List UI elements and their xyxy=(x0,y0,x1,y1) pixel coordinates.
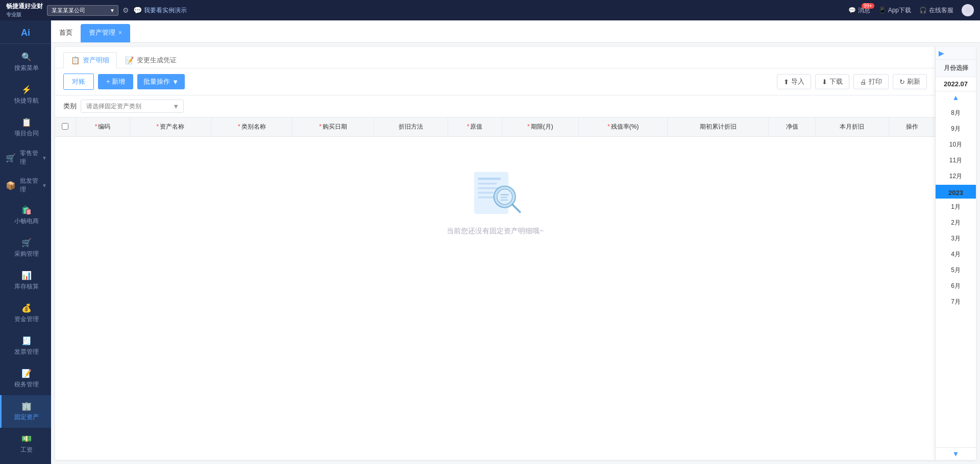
retail-icon: 🛒 xyxy=(6,153,16,163)
select-all-checkbox[interactable] xyxy=(62,123,68,130)
year-2023-label: 2023 xyxy=(936,185,976,199)
sub-tab-change-voucher[interactable]: 📝 变更生成凭证 xyxy=(118,53,184,68)
fund-icon: 💰 xyxy=(21,303,32,313)
month-item-2023-3[interactable]: 3月 xyxy=(936,231,976,246)
tab-asset-management[interactable]: 资产管理 × xyxy=(81,24,130,42)
sidebar-item-project[interactable]: 📋 项目合同 xyxy=(0,111,51,144)
empty-state-illustration xyxy=(464,167,526,218)
message-icon: 💬 xyxy=(848,7,856,14)
message-button[interactable]: 💬 消息 99+ xyxy=(848,6,870,15)
tab-home[interactable]: 首页 xyxy=(51,24,81,42)
col-residual-rate: *残值率(%) xyxy=(579,117,668,137)
sidebar-item-search[interactable]: 🔍 搜索菜单 xyxy=(0,46,51,79)
col-category: *类别名称 xyxy=(211,117,292,137)
refresh-icon: ↻ xyxy=(899,78,905,86)
svg-rect-3 xyxy=(478,187,499,189)
table-header-row: *编码 *资产名称 *类别名称 *购买日期 折旧方法 *原值 *期限(月) *残… xyxy=(55,117,935,137)
toolbar: 对账 + 新增 批量操作 ▼ ⬆ 导入 ⬇ 下载 xyxy=(55,68,935,95)
sidebar-item-purchase[interactable]: 🛒 采购管理 xyxy=(0,232,51,264)
sub-tab-bar: 📋 资产明细 📝 变更生成凭证 xyxy=(55,47,935,68)
category-label: 类别 xyxy=(63,102,77,111)
empty-text: 当前您还没有固定资产明细哦~ xyxy=(447,227,544,236)
fixed-assets-icon: 🏢 xyxy=(21,401,32,411)
refresh-button[interactable]: ↻ 刷新 xyxy=(893,74,927,89)
month-item-2023-5[interactable]: 5月 xyxy=(936,263,976,278)
app-title: 畅捷通好业财 专业版 xyxy=(6,2,43,18)
category-input-wrap[interactable]: ▼ xyxy=(81,100,184,113)
sidebar: Ai 🔍 搜索菜单 ⚡ 快捷导航 📋 项目合同 🛒 零售管理 ▼ 📦 批发管理 … xyxy=(0,20,51,464)
sidebar-logo: Ai xyxy=(0,22,51,44)
sub-tab-asset-detail[interactable]: 📋 资产明细 xyxy=(63,52,117,68)
settings-icon[interactable]: ⚙ xyxy=(122,6,129,14)
top-bar-right: 💬 消息 99+ 📱 App下载 🎧 在线客服 用 xyxy=(848,4,974,16)
month-item-10[interactable]: 10月 xyxy=(936,137,976,152)
sidebar-item-tax[interactable]: 📝 税务管理 xyxy=(0,362,51,395)
sidebar-item-inventory[interactable]: 📊 库存核算 xyxy=(0,264,51,297)
asset-detail-icon: 📋 xyxy=(71,56,80,64)
svg-rect-4 xyxy=(478,192,493,194)
sidebar-item-salary[interactable]: 💵 工资 xyxy=(0,428,51,460)
ecommerce-icon: 🛍️ xyxy=(21,205,32,215)
import-icon: ⬆ xyxy=(783,78,789,86)
month-item-2023-4[interactable]: 4月 xyxy=(936,247,976,262)
month-item-2023-6[interactable]: 6月 xyxy=(936,279,976,294)
month-scroll-up[interactable]: ▲ xyxy=(936,91,976,104)
sidebar-item-quick-nav[interactable]: ⚡ 快捷导航 xyxy=(0,79,51,111)
sidebar-item-retail[interactable]: 🛒 零售管理 ▼ xyxy=(0,144,51,172)
online-service-button[interactable]: 🎧 在线客服 xyxy=(919,6,953,15)
sidebar-item-operations[interactable]: 📈 经营管理 xyxy=(0,460,51,464)
month-item-2023-1[interactable]: 1月 xyxy=(936,200,976,214)
sidebar-item-wholesale[interactable]: 📦 批发管理 ▼ xyxy=(0,172,51,199)
tax-icon: 📝 xyxy=(21,369,32,378)
sidebar-item-ecommerce[interactable]: 🛍️ 小畅电商 xyxy=(0,199,51,232)
demo-link[interactable]: 💬 我要看实例演示 xyxy=(133,6,187,15)
svg-rect-1 xyxy=(478,178,501,180)
sidebar-item-fixed-assets[interactable]: 🏢 固定资产 xyxy=(0,395,51,428)
month-panel-title: 月份选择 xyxy=(936,60,976,77)
col-code: *编码 xyxy=(76,117,130,137)
import-button[interactable]: ⬆ 导入 xyxy=(777,74,811,89)
col-name: *资产名称 xyxy=(130,117,211,137)
col-net-value: 净值 xyxy=(769,117,815,137)
category-input[interactable] xyxy=(81,100,183,112)
scroll-up-icon: ▲ xyxy=(952,93,960,102)
wholesale-arrow-icon: ▼ xyxy=(42,183,47,188)
col-period: *期限(月) xyxy=(502,117,579,137)
col-depreciation-method: 折旧方法 xyxy=(374,117,448,137)
sidebar-item-invoice[interactable]: 🧾 发票管理 xyxy=(0,330,51,362)
month-item-2023-7[interactable]: 7月 xyxy=(936,295,976,309)
empty-state: 当前您还没有固定资产明细哦~ xyxy=(55,137,935,266)
print-button[interactable]: 🖨 打印 xyxy=(853,74,889,89)
month-item-9[interactable]: 9月 xyxy=(936,121,976,136)
tab-close-icon[interactable]: × xyxy=(118,29,122,36)
add-button[interactable]: + 新增 xyxy=(98,74,133,89)
download-button[interactable]: ⬇ 下载 xyxy=(815,74,849,89)
svg-rect-2 xyxy=(478,183,497,185)
top-bar-left: 畅捷通好业财 专业版 某某某某公司 ▼ ⚙ 💬 我要看实例演示 xyxy=(6,2,843,18)
sidebar-item-fund[interactable]: 💰 资金管理 xyxy=(0,297,51,330)
user-info: 用 xyxy=(962,4,974,16)
month-scroll-down[interactable]: ▼ xyxy=(936,447,976,460)
table-wrap: *编码 *资产名称 *类别名称 *购买日期 折旧方法 *原值 *期限(月) *残… xyxy=(55,117,935,460)
month-panel-collapse-icon[interactable]: ▶ xyxy=(939,49,944,57)
reconcile-button[interactable]: 对账 xyxy=(63,74,94,90)
top-bar: 畅捷通好业财 专业版 某某某某公司 ▼ ⚙ 💬 我要看实例演示 💬 消息 99+… xyxy=(0,0,980,20)
message-badge: 99+ xyxy=(862,3,874,9)
month-item-12[interactable]: 12月 xyxy=(936,169,976,184)
invoice-icon: 🧾 xyxy=(21,336,32,346)
month-item-8[interactable]: 8月 xyxy=(936,106,976,120)
month-panel: ▶ 月份选择 2022.07 ▲ 8月 9月 10月 11月 12月 2023 … xyxy=(935,47,976,460)
month-item-11[interactable]: 11月 xyxy=(936,153,976,168)
app-download-button[interactable]: 📱 App下载 xyxy=(878,6,911,15)
phone-icon: 📱 xyxy=(878,7,886,14)
company-selector[interactable]: 某某某某公司 ▼ xyxy=(47,5,118,16)
purchase-icon: 🛒 xyxy=(21,238,32,248)
col-accumulated-depreciation: 期初累计折旧 xyxy=(668,117,769,137)
checkbox-header[interactable] xyxy=(55,117,76,137)
quick-nav-icon: ⚡ xyxy=(21,85,32,94)
print-icon: 🖨 xyxy=(860,78,867,86)
wholesale-icon: 📦 xyxy=(6,181,16,190)
batch-operations-button[interactable]: 批量操作 ▼ xyxy=(137,74,185,89)
month-item-2023-2[interactable]: 2月 xyxy=(936,215,976,230)
salary-icon: 💵 xyxy=(21,434,32,444)
